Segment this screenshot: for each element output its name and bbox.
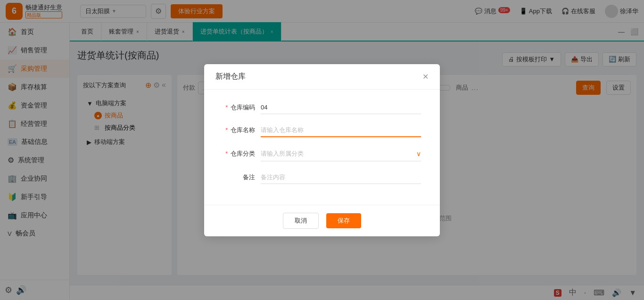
form-row-remark: 备注 — [223, 171, 421, 184]
remark-label: 备注 — [223, 173, 261, 182]
remark-input[interactable] — [261, 171, 421, 184]
dialog-footer: 取消 保存 — [204, 205, 440, 236]
dialog-title: 新增仓库 — [215, 72, 246, 82]
form-row-category: * 仓库分类 请输入所属分类 ∨ — [223, 147, 421, 161]
modal-overlay[interactable]: 新增仓库 ✕ * 仓库编码 * 仓库名称 — [0, 0, 644, 300]
code-required-mark: * — [225, 104, 228, 111]
form-row-code: * 仓库编码 — [223, 101, 421, 114]
name-label: * 仓库名称 — [223, 126, 261, 134]
name-required-mark: * — [225, 126, 228, 133]
dialog-header: 新增仓库 ✕ — [204, 64, 440, 90]
category-placeholder: 请输入所属分类 — [261, 150, 304, 158]
name-input[interactable] — [261, 124, 421, 137]
cancel-button[interactable]: 取消 — [283, 213, 319, 229]
new-warehouse-dialog: 新增仓库 ✕ * 仓库编码 * 仓库名称 — [204, 64, 440, 236]
category-label: * 仓库分类 — [223, 150, 261, 158]
save-button[interactable]: 保存 — [326, 213, 361, 228]
category-required-mark: * — [225, 150, 228, 157]
code-label: * 仓库编码 — [223, 103, 261, 112]
form-row-name: * 仓库名称 — [223, 124, 421, 137]
category-dropdown-arrow: ∨ — [416, 150, 421, 158]
dialog-close-btn[interactable]: ✕ — [422, 72, 429, 81]
category-select[interactable]: 请输入所属分类 ∨ — [261, 147, 421, 161]
dialog-body: * 仓库编码 * 仓库名称 * 仓库分类 请输入所属 — [204, 90, 440, 205]
code-input[interactable] — [261, 101, 421, 114]
